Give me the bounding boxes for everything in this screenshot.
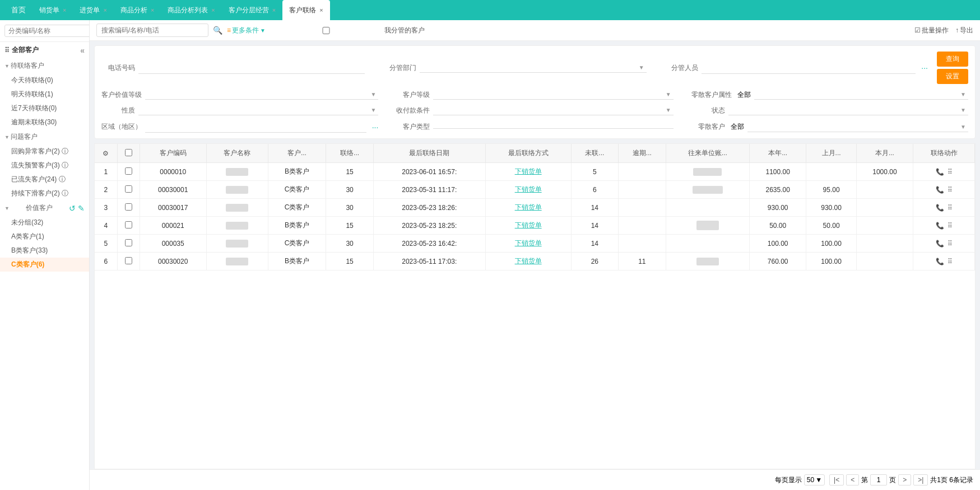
sidebar-collapse-btn[interactable]: « bbox=[80, 46, 85, 55]
action-phone-icon[interactable]: 📞 bbox=[936, 168, 944, 176]
select-all-checkbox[interactable] bbox=[125, 149, 132, 156]
close-customer-contact-tab[interactable]: × bbox=[319, 7, 323, 13]
nav-tab-purchase[interactable]: 进货单 × bbox=[73, 0, 113, 20]
close-product-list-tab[interactable]: × bbox=[211, 7, 215, 13]
sidebar-item-overdue[interactable]: 逾期未联络(30) bbox=[0, 115, 89, 129]
nav-tab-product-analysis[interactable]: 商品分析 × bbox=[114, 0, 161, 20]
sidebar-item-c-class[interactable]: C类客户(6) bbox=[0, 258, 89, 272]
close-purchase-tab[interactable]: × bbox=[103, 7, 106, 13]
close-product-analysis-tab[interactable]: × bbox=[151, 7, 154, 13]
my-customers-check[interactable] bbox=[270, 27, 382, 34]
customer-type-select[interactable] bbox=[433, 125, 673, 129]
row-checkbox[interactable] bbox=[125, 221, 132, 228]
retail-attr-select[interactable]: ▼ bbox=[754, 90, 968, 100]
first-page-btn[interactable]: |< bbox=[829, 474, 844, 486]
dept-select[interactable]: ▼ bbox=[420, 63, 646, 73]
nav-tab-customer-tier[interactable]: 客户分层经营 × bbox=[222, 0, 282, 20]
table-cell-last-method[interactable]: 下销货单 bbox=[485, 181, 571, 199]
sidebar-item-a-class[interactable]: A类客户(1) bbox=[0, 230, 89, 244]
row-checkbox[interactable] bbox=[125, 239, 132, 246]
action-phone-icon[interactable]: 📞 bbox=[936, 204, 944, 212]
page-size-dropdown[interactable]: 50 ▼ bbox=[804, 474, 825, 486]
table-cell-checkbox[interactable] bbox=[117, 199, 140, 217]
action-phone-icon[interactable]: 📞 bbox=[936, 258, 944, 265]
sidebar-group-pending[interactable]: 待联络客户 bbox=[0, 58, 89, 73]
table-row: 2 00030001 ●●● C类客户 30 2023-05-31 11:17:… bbox=[95, 181, 975, 199]
table-cell-actions[interactable]: 📞 ⠿ bbox=[913, 163, 975, 181]
row-checkbox[interactable] bbox=[125, 257, 132, 264]
col-header-settings[interactable]: ⚙ bbox=[95, 144, 117, 163]
table-cell-actions[interactable]: 📞 ⠿ bbox=[913, 235, 975, 253]
table-cell-checkbox[interactable] bbox=[117, 181, 140, 199]
last-page-btn[interactable]: >| bbox=[913, 474, 928, 486]
more-conditions-btn[interactable]: ≡ 更多条件 ▼ bbox=[227, 26, 266, 35]
sidebar-item-unclassified[interactable]: 未分组(32) bbox=[0, 216, 89, 230]
table-cell-last-method[interactable]: 下销货单 bbox=[485, 199, 571, 217]
grade-select[interactable]: ▼ bbox=[433, 90, 673, 100]
sidebar-item-lost[interactable]: 已流失客户(24) ⓘ bbox=[0, 172, 89, 186]
table-cell-last-method[interactable]: 下销货单 bbox=[485, 163, 571, 181]
close-sales-tab[interactable]: × bbox=[63, 7, 66, 13]
next-page-btn[interactable]: > bbox=[898, 474, 911, 486]
person-more-icon[interactable]: ··· bbox=[921, 63, 928, 72]
page-number-input[interactable] bbox=[870, 474, 887, 486]
table-cell-actions[interactable]: 📞 ⠿ bbox=[913, 217, 975, 235]
nav-tab-sales[interactable]: 销货单 × bbox=[32, 0, 73, 20]
sidebar-item-abnormal[interactable]: 回购异常客户(2) ⓘ bbox=[0, 144, 89, 158]
phone-input[interactable] bbox=[138, 62, 365, 74]
close-customer-tier-tab[interactable]: × bbox=[272, 7, 276, 13]
payment-select[interactable]: ▼ bbox=[433, 105, 673, 115]
sidebar-group-problem[interactable]: 问题客户 bbox=[0, 129, 89, 144]
action-more-icon[interactable]: ⠿ bbox=[948, 258, 953, 265]
my-customers-checkbox[interactable]: 我分管的客户 bbox=[270, 26, 425, 35]
sidebar-all-customers[interactable]: ⠿ 全部客户 « bbox=[0, 42, 89, 58]
table-cell-last-method[interactable]: 下销货单 bbox=[485, 253, 571, 270]
action-more-icon[interactable]: ⠿ bbox=[948, 204, 953, 212]
table-cell-actions[interactable]: 📞 ⠿ bbox=[913, 199, 975, 217]
sidebar-item-today[interactable]: 今天待联络(0) bbox=[0, 73, 89, 87]
action-more-icon[interactable]: ⠿ bbox=[948, 222, 953, 230]
table-cell-last-method[interactable]: 下销货单 bbox=[485, 235, 571, 253]
export-btn[interactable]: ↑ 导出 bbox=[955, 26, 973, 35]
prev-page-btn[interactable]: < bbox=[846, 474, 859, 486]
region-more-icon[interactable]: ··· bbox=[372, 123, 379, 132]
query-button[interactable]: 查询 bbox=[937, 52, 968, 67]
status-select[interactable]: ▼ bbox=[728, 105, 968, 115]
table-cell-actions[interactable]: 📞 ⠿ bbox=[913, 253, 975, 270]
settings-button[interactable]: 设置 bbox=[937, 69, 968, 84]
table-cell-checkbox[interactable] bbox=[117, 253, 140, 270]
sidebar-item-b-class[interactable]: B类客户(33) bbox=[0, 244, 89, 258]
row-checkbox[interactable] bbox=[125, 185, 132, 193]
table-cell-checkbox[interactable] bbox=[117, 235, 140, 253]
value-grade-select[interactable]: ▼ bbox=[145, 90, 378, 100]
gender-select[interactable]: ▼ bbox=[138, 105, 378, 115]
action-phone-icon[interactable]: 📞 bbox=[936, 240, 944, 248]
action-phone-icon[interactable]: 📞 bbox=[936, 222, 944, 230]
search-input[interactable] bbox=[96, 24, 208, 37]
sidebar-group-value[interactable]: 价值客户 ↺ ✎ bbox=[0, 200, 89, 216]
table-cell-actions[interactable]: 📞 ⠿ bbox=[913, 181, 975, 199]
person-input[interactable] bbox=[702, 62, 916, 74]
value-group-icons[interactable]: ↺ ✎ bbox=[69, 204, 85, 213]
sidebar-item-warning[interactable]: 流失预警客户(3) ⓘ bbox=[0, 158, 89, 172]
region-input[interactable] bbox=[145, 121, 366, 133]
batch-operation-btn[interactable]: ☑ 批量操作 bbox=[914, 26, 949, 35]
nav-tab-customer-contact[interactable]: 客户联络 × bbox=[282, 0, 329, 20]
sidebar-item-7days[interactable]: 近7天待联络(0) bbox=[0, 101, 89, 115]
nav-home[interactable]: 首页 bbox=[4, 5, 32, 15]
table-cell-last-method[interactable]: 下销货单 bbox=[485, 217, 571, 235]
retail-select[interactable]: ▼ bbox=[747, 122, 968, 132]
row-checkbox[interactable] bbox=[125, 167, 132, 175]
search-button-icon[interactable]: 🔍 bbox=[213, 26, 222, 35]
table-cell-checkbox[interactable] bbox=[117, 163, 140, 181]
sidebar-search-input[interactable] bbox=[4, 25, 90, 37]
action-more-icon[interactable]: ⠿ bbox=[948, 168, 953, 176]
action-more-icon[interactable]: ⠿ bbox=[948, 240, 953, 248]
sidebar-item-declining[interactable]: 持续下滑客户(2) ⓘ bbox=[0, 186, 89, 200]
action-more-icon[interactable]: ⠿ bbox=[948, 186, 953, 194]
action-phone-icon[interactable]: 📞 bbox=[936, 186, 944, 194]
row-checkbox[interactable] bbox=[125, 203, 132, 211]
sidebar-item-tomorrow[interactable]: 明天待联络(1) bbox=[0, 87, 89, 101]
nav-tab-product-list[interactable]: 商品分析列表 × bbox=[161, 0, 221, 20]
table-cell-checkbox[interactable] bbox=[117, 217, 140, 235]
